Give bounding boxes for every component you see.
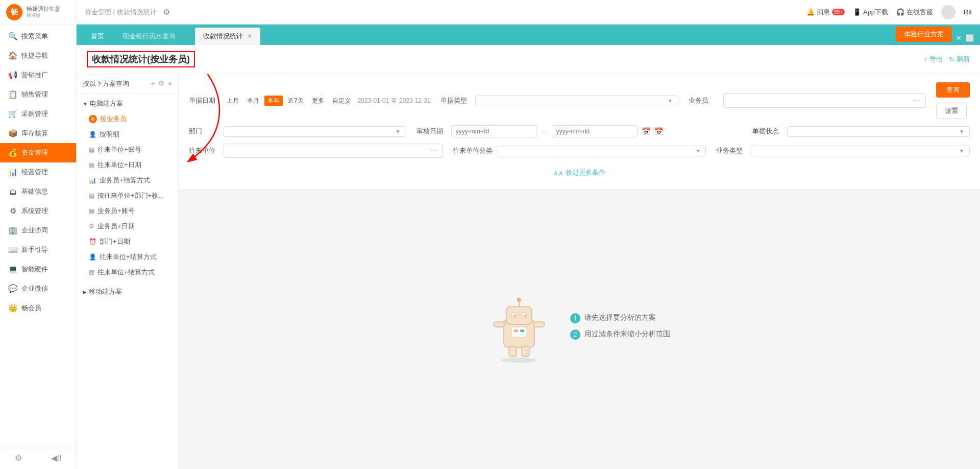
sidebar-item-smart-hw[interactable]: 💻智能硬件: [0, 260, 76, 279]
scheme-group-mobile-title[interactable]: ▶ 移动端方案: [77, 284, 178, 299]
refresh-btn[interactable]: ↻ 刷新: [949, 55, 970, 64]
shortcut-this-year[interactable]: 本年: [264, 96, 283, 106]
tab-bar-maximize-btn[interactable]: ⬜: [966, 34, 974, 42]
tab-home[interactable]: 首页: [83, 28, 112, 45]
shortcut-more[interactable]: 更多: [309, 96, 327, 106]
empty-hint-2: 2 用过滤条件来缩小分析范围: [570, 330, 670, 340]
partner-label: 往来单位: [189, 146, 219, 155]
scheme-settings-btn[interactable]: ⚙: [158, 79, 165, 88]
sidebar-item-basic-info[interactable]: 🗂基础信息: [0, 182, 76, 201]
close-bank-flow-tab[interactable]: ✕: [180, 33, 185, 40]
query-panel: 单据日期 上月 本月 本年 近7天 更多 自定义: [179, 74, 980, 469]
sales-icon: 📋: [8, 90, 17, 99]
tab-bank-flow[interactable]: 现金银行流水查询 ✕: [114, 28, 193, 45]
scheme-collapse-btn[interactable]: «: [168, 79, 172, 88]
export-icon: ↑: [924, 56, 928, 63]
biz-type-arrow: ▼: [959, 148, 964, 154]
sidebar-item-inventory[interactable]: 📦库存核算: [0, 124, 76, 143]
tab-collection-stats[interactable]: 收款情况统计 ✕: [195, 28, 260, 45]
review-date-to[interactable]: [552, 125, 638, 137]
date-shortcuts: 上月 本月 本年 近7天 更多 自定义: [224, 96, 354, 106]
sidebar-item-system[interactable]: ⚙系统管理: [0, 201, 76, 221]
notifications-btn[interactable]: 🔔 消息 99+: [806, 8, 845, 17]
svg-point-5: [524, 315, 526, 317]
date-label: 单据日期: [189, 96, 219, 105]
online-service-btn[interactable]: 🎧 在线客服: [896, 8, 933, 17]
trial-btn[interactable]: 体验行业方案: [896, 27, 952, 42]
scheme-icon: ▦: [89, 161, 94, 169]
shortcut-this-month[interactable]: 本月: [244, 96, 262, 106]
scheme-item-by-detail[interactable]: 👤按明细: [83, 127, 178, 142]
sidebar-collapse-btn[interactable]: ◀II: [47, 451, 66, 465]
scheme-item-salesman-account[interactable]: ▦业务员+账号: [83, 203, 178, 219]
sidebar-item-corp[interactable]: 🏢企业协同: [0, 221, 76, 240]
calendar-icon-to[interactable]: 📅: [654, 127, 663, 135]
collapse-conditions-btn[interactable]: ∧∧ 收起更多条件: [189, 164, 970, 181]
calendar-icon-from[interactable]: 📅: [642, 127, 650, 135]
salesman-more-btn[interactable]: ···: [914, 96, 920, 105]
logo-icon: 畅: [6, 4, 22, 20]
page-actions: ↑ 导出 ↻ 刷新: [924, 55, 970, 64]
scheme-item-partner-settlement1[interactable]: 👤往来单位+结算方式: [83, 249, 178, 265]
biz-type-select[interactable]: ▼: [751, 146, 970, 156]
scheme-group-desktop-title[interactable]: ▼ 电脑端方案: [77, 96, 178, 111]
doc-type-select[interactable]: ▼: [475, 96, 678, 106]
review-date-condition: 审核日期 — 📅 📅: [416, 125, 743, 137]
hint-num-1: 1: [570, 313, 580, 323]
scheme-item-salesman-settlement[interactable]: 📊业务员+结算方式: [83, 173, 178, 188]
dept-label: 部门: [189, 127, 219, 136]
scheme-icon: ⚙: [89, 223, 94, 230]
service-icon: 🎧: [896, 8, 904, 16]
scheme-item-partner-account[interactable]: ▦往来单位+账号: [83, 142, 178, 157]
group-collapse-arrow: ▶: [83, 289, 87, 295]
scheme-item-dept-date[interactable]: ⏰部门+日期: [83, 234, 178, 249]
svg-rect-9: [533, 322, 545, 327]
partner-select[interactable]: ···: [224, 144, 443, 158]
scheme-item-partner-settlement2[interactable]: ▦往来单位+结算方式: [83, 265, 178, 280]
scheme-panel: 按以下方案查询 + ⚙ « ▼ 电脑端方案: [77, 74, 179, 469]
user-name: Rit: [964, 8, 972, 16]
tab-bar-close-btn[interactable]: ✕: [956, 34, 962, 42]
dept-select[interactable]: ▼: [224, 126, 406, 137]
sidebar-item-wechat[interactable]: 💬企业微信: [0, 279, 76, 298]
sidebar-item-sales[interactable]: 📋销售管理: [0, 85, 76, 104]
sidebar-item-quick-nav[interactable]: 🏠快捷导航: [0, 46, 76, 65]
sidebar-item-marketing[interactable]: 📢营销推广: [0, 65, 76, 85]
empty-hints: 1 请先选择要分析的方案 2 用过滤条件来缩小分析范围: [570, 313, 670, 346]
page-header: 收款情况统计(按业务员) ↑ 导出 ↻ 刷新: [77, 45, 980, 74]
shortcut-last-month[interactable]: 上月: [224, 96, 242, 106]
scheme-item-salesman-date[interactable]: ⚙业务员+日期: [83, 219, 178, 234]
sidebar-settings-btn[interactable]: ⚙: [11, 451, 26, 465]
header-settings-icon[interactable]: ⚙: [163, 7, 170, 17]
partner-class-select[interactable]: ▼: [497, 146, 706, 156]
scheme-icon: ▦: [89, 269, 94, 276]
empty-illustration: [488, 294, 550, 365]
settings-btn[interactable]: 设置: [936, 103, 967, 119]
sidebar-item-guide[interactable]: 📖新手引导: [0, 240, 76, 260]
system-icon: ⚙: [8, 206, 17, 216]
scheme-icon: 👤: [89, 131, 96, 138]
scheme-item-partner-date[interactable]: ▦往来单位+日期: [83, 157, 178, 173]
user-avatar[interactable]: [941, 5, 955, 19]
scheme-item-partner-dept-collect[interactable]: ▦按往来单位+部门+收...: [83, 188, 178, 203]
sidebar-item-vip[interactable]: 👑畅会员: [0, 298, 76, 318]
svg-rect-10: [511, 327, 527, 337]
scheme-item-by-salesman[interactable]: ⚙按业务员: [83, 111, 178, 127]
query-btn[interactable]: 查询: [936, 82, 970, 98]
sidebar-item-purchase[interactable]: 🛒采购管理: [0, 104, 76, 124]
review-date-from[interactable]: [451, 125, 537, 137]
export-btn[interactable]: ↑ 导出: [924, 55, 943, 64]
hint-text-1: 请先选择要分析的方案: [584, 313, 656, 322]
salesman-select[interactable]: ···: [723, 93, 926, 108]
shortcut-7days[interactable]: 近7天: [285, 96, 307, 106]
sidebar-item-search-menu[interactable]: 🔍搜索菜单: [0, 27, 76, 46]
doc-type-label: 单据类型: [440, 96, 471, 105]
app-download-btn[interactable]: 📱 App下载: [853, 8, 888, 17]
close-collection-stats-tab[interactable]: ✕: [247, 33, 252, 40]
partner-more-btn[interactable]: ···: [430, 146, 436, 155]
doc-status-select[interactable]: ▼: [787, 126, 970, 137]
sidebar-item-operations[interactable]: 📊经营管理: [0, 162, 76, 182]
scheme-add-btn[interactable]: +: [151, 79, 155, 88]
shortcut-custom[interactable]: 自定义: [329, 96, 354, 106]
sidebar-item-finance[interactable]: 💰资金管理: [0, 143, 76, 162]
